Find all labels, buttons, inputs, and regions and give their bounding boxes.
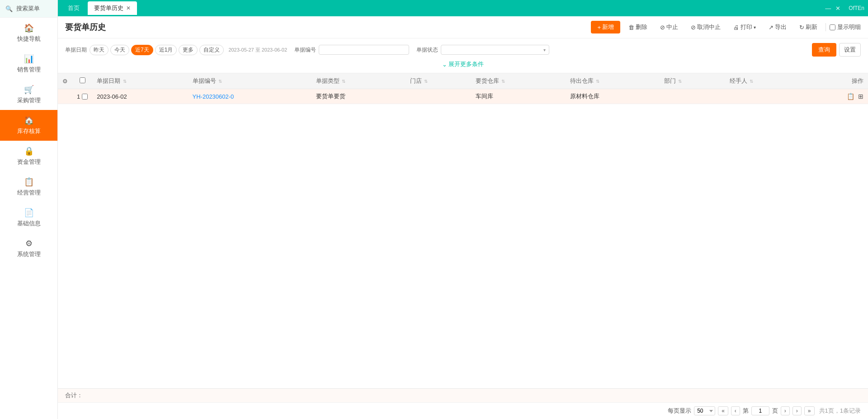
pagination-bar: 每页显示 10 20 50 100 « ‹ 第 页 › › » 共1页，1条记录	[58, 402, 868, 419]
filter-action-btns: 查询 设置	[812, 43, 861, 57]
tab-home[interactable]: 首页	[61, 1, 86, 15]
sidebar: 🔍 搜索菜单 🏠 快捷导航 📊 销售管理 🛒 采购管理 🏠 库存核算 🔒 资金管…	[0, 0, 58, 419]
window-minimize-icon[interactable]: —	[825, 5, 831, 12]
date-filter-btns: 昨天 今天 近7天 近1月 更多 自定义	[90, 45, 224, 55]
finance-icon: 🔒	[24, 146, 34, 156]
cancel-stop-icon: ⊘	[691, 24, 696, 31]
refresh-icon: ↻	[799, 24, 804, 31]
expand-filter-btn[interactable]: ⌄ 展开更多条件	[442, 60, 484, 68]
row-delete-icon[interactable]: ⊞	[858, 93, 863, 100]
next-page-btn[interactable]: ›	[793, 406, 802, 415]
new-button[interactable]: + 新增	[591, 21, 620, 33]
cell-settings	[58, 89, 72, 104]
window-close-icon[interactable]: ✕	[835, 5, 840, 12]
row-op-icons: 📋 ⊞	[810, 93, 863, 100]
date-btn-custom[interactable]: 自定义	[199, 45, 224, 55]
refresh-button[interactable]: ↻ 刷新	[795, 21, 822, 33]
stop-label: 中止	[666, 23, 678, 31]
print-button[interactable]: 🖨 打印 ▾	[729, 21, 760, 33]
prev-page-btn[interactable]: ‹	[731, 406, 740, 415]
print-icon: 🖨	[733, 24, 739, 31]
col-dept-sort-icon[interactable]: ⇅	[678, 79, 682, 84]
print-dropdown-icon: ▾	[754, 25, 756, 30]
goto-page-btn[interactable]: ›	[781, 406, 790, 415]
table-settings-icon[interactable]: ⚙	[62, 78, 68, 85]
search-icon: 🔍	[5, 5, 13, 12]
col-date-sort-icon[interactable]: ⇅	[123, 79, 127, 84]
system-icon: ⚙	[25, 238, 33, 248]
show-detail-input[interactable]	[830, 24, 835, 30]
col-type: 单据类型 ⇅	[311, 73, 406, 89]
col-req-warehouse-sort-icon[interactable]: ⇅	[501, 79, 505, 84]
cell-seq: 1	[72, 89, 92, 104]
refresh-label: 刷新	[806, 23, 817, 31]
date-btn-more[interactable]: 更多	[179, 45, 198, 55]
tab-bar: 首页 要货单历史 ✕ — ✕ OfTEn	[58, 0, 868, 16]
row-edit-icon[interactable]: 📋	[847, 93, 854, 100]
date-btn-today[interactable]: 今天	[110, 45, 129, 55]
sidebar-item-finance[interactable]: 🔒 资金管理	[0, 141, 57, 171]
sidebar-search-label: 搜索菜单	[16, 5, 40, 13]
page-input[interactable]	[751, 406, 769, 415]
col-type-sort-icon[interactable]: ⇅	[342, 79, 345, 84]
sidebar-item-quick-nav[interactable]: 🏠 快捷导航	[0, 18, 57, 48]
often-label: OfTEn	[849, 5, 864, 11]
col-date-label: 单据日期	[97, 77, 120, 84]
sidebar-item-label: 销售管理	[17, 66, 41, 74]
total-label: 合计：	[65, 391, 83, 400]
sidebar-item-label: 库存核算	[17, 127, 41, 135]
sidebar-item-operations[interactable]: 📋 经营管理	[0, 171, 57, 202]
table-header-row: ⚙ 单据日期 ⇅ 单据编号 ⇅	[58, 73, 868, 89]
stop-icon: ⊘	[660, 24, 665, 31]
date-range-text: 2023-05-27 至 2023-06-02	[228, 47, 287, 53]
col-store-sort-icon[interactable]: ⇅	[424, 79, 428, 84]
delete-button[interactable]: 🗑 删除	[624, 21, 652, 33]
row-no-link[interactable]: YH-20230602-0	[193, 93, 234, 100]
sidebar-search[interactable]: 🔍 搜索菜单	[0, 0, 57, 18]
status-filter-input[interactable]	[441, 45, 549, 55]
last-page-btn[interactable]: »	[804, 406, 815, 415]
export-icon: ↗	[769, 24, 774, 31]
sales-icon: 📊	[24, 54, 34, 64]
cell-type: 要货单要货	[311, 89, 406, 104]
status-filter-label: 单据状态	[416, 46, 438, 54]
page-label: 第	[743, 407, 749, 415]
col-dept-label: 部门	[664, 77, 676, 84]
query-button[interactable]: 查询	[812, 43, 836, 57]
expand-label: 展开更多条件	[448, 60, 484, 68]
date-btn-7days[interactable]: 近7天	[131, 45, 153, 55]
col-pending-warehouse: 待出仓库 ⇅	[566, 73, 660, 89]
col-no-sort-icon[interactable]: ⇅	[218, 79, 222, 84]
show-detail-checkbox[interactable]: 显示明细	[830, 23, 861, 31]
new-label: 新增	[602, 23, 614, 31]
main-area: 首页 要货单历史 ✕ — ✕ OfTEn 要货单历史 + 新增 🗑 删除	[58, 0, 868, 419]
col-no: 单据编号 ⇅	[188, 73, 311, 89]
col-handler-sort-icon[interactable]: ⇅	[750, 79, 753, 84]
tab-history[interactable]: 要货单历史 ✕	[88, 1, 137, 15]
col-store-label: 门店	[410, 77, 422, 84]
toolbar-divider	[826, 23, 826, 31]
content-area: 要货单历史 + 新增 🗑 删除 ⊘ 中止 ⊘ 取消中止	[58, 16, 868, 419]
sidebar-item-label: 基础信息	[17, 219, 41, 228]
col-handler: 经手人 ⇅	[725, 73, 805, 89]
export-button[interactable]: ↗ 导出	[764, 21, 791, 33]
sidebar-item-system[interactable]: ⚙ 系统管理	[0, 233, 57, 264]
sidebar-item-purchase[interactable]: 🛒 采购管理	[0, 79, 57, 110]
first-page-btn[interactable]: «	[718, 406, 728, 415]
col-store: 门店 ⇅	[406, 73, 471, 89]
row-checkbox[interactable]	[82, 94, 88, 100]
tab-close-icon[interactable]: ✕	[126, 5, 131, 11]
cancel-stop-button[interactable]: ⊘ 取消中止	[686, 21, 725, 33]
per-page-select[interactable]: 10 20 50 100	[694, 406, 715, 415]
settings-button[interactable]: 设置	[839, 43, 861, 57]
date-btn-1month[interactable]: 近1月	[155, 45, 177, 55]
sidebar-item-basic[interactable]: 📄 基础信息	[0, 202, 57, 233]
select-all-checkbox[interactable]	[80, 77, 85, 83]
col-pending-warehouse-sort-icon[interactable]: ⇅	[596, 79, 599, 84]
cell-req-warehouse: 车间库	[471, 89, 565, 104]
sidebar-item-sales[interactable]: 📊 销售管理	[0, 48, 57, 79]
stop-button[interactable]: ⊘ 中止	[656, 21, 683, 33]
sidebar-item-inventory[interactable]: 🏠 库存核算	[0, 110, 57, 141]
date-btn-yesterday[interactable]: 昨天	[90, 45, 108, 55]
docno-filter-input[interactable]	[319, 45, 409, 55]
